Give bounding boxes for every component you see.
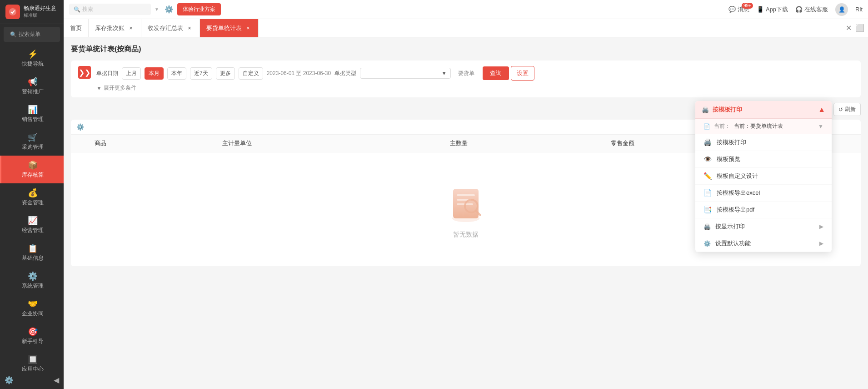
svg-rect-4 (457, 194, 475, 196)
settings-bottom-icon[interactable]: ⚙️ (5, 376, 14, 384)
sidebar-item-apps[interactable]: 🔲 应用中心 (0, 350, 64, 371)
quicknav-icon: ⚡ (28, 49, 38, 59)
finance-icon: 💰 (28, 188, 38, 198)
tab-receipts-close[interactable]: × (186, 25, 193, 32)
dropdown-print-icon: 🖨️ (702, 106, 709, 113)
query-btn[interactable]: 查询 (483, 66, 509, 80)
dropdown-close-btn[interactable]: ▲ (818, 106, 825, 114)
tab-order-stats[interactable]: 要货单统计表 × (200, 19, 259, 37)
dropdown-header: 🖨️ 按模板打印 ▲ (695, 101, 832, 119)
topbar-gear-icon[interactable]: ⚙️ (165, 5, 174, 14)
settings-btn[interactable]: 设置 (511, 66, 534, 81)
filter-toggle-icon: ❯❯ (79, 68, 90, 77)
sidebar-bottom: ⚙️ ◀ (0, 371, 64, 389)
date-label: 单据日期 (96, 70, 118, 77)
export-excel-icon: 📄 (703, 189, 712, 197)
topbar-dropdown-arrow[interactable]: ▼ (155, 7, 159, 12)
date-btn-this-year[interactable]: 本年 (167, 67, 186, 80)
sidebar: 畅康通好生意 标准版 🔍 搜索菜单 ⚡ 快捷导航 📢 营销推广 📊 销售管理 🛒… (0, 0, 64, 389)
sidebar-item-basic[interactable]: 📋 基础信息 (0, 239, 64, 267)
close-all-tabs-btn[interactable]: ✕ (846, 24, 852, 32)
sidebar-item-sales[interactable]: 📊 销售管理 (0, 100, 64, 128)
tabs-bar: 首页 库存批次账 × 收发存汇总表 × 要货单统计表 × ✕ ⬜ (64, 19, 868, 37)
filter-row: 单据日期 上月 本月 本年 近7天 更多 自定义 2023-06-01 至 20… (96, 66, 853, 81)
dropdown-item-template-design[interactable]: ✏️ 模板自定义设计 (695, 168, 832, 185)
col-quantity: 主数量 (444, 135, 605, 152)
experience-btn[interactable]: 体验行业方案 (177, 3, 221, 15)
order-type-label: 单据类型 (334, 70, 356, 77)
app-logo: 畅康通好生意 标准版 (0, 0, 64, 24)
date-range-display: 2023-06-01 至 2023-06-30 (267, 70, 331, 77)
sidebar-item-quicknav[interactable]: ⚡ 快捷导航 (0, 45, 64, 72)
set-default-icon: ⚙️ (703, 240, 711, 247)
dropdown-item-template-print[interactable]: 🖨️ 按模板打印 (695, 134, 832, 151)
template-design-icon: ✏️ (703, 172, 712, 180)
tab-batch[interactable]: 库存批次账 × (89, 19, 141, 37)
dropdown-title: 按模板打印 (713, 106, 742, 114)
current-template-arrow[interactable]: ▼ (818, 123, 823, 130)
topbar-search-box[interactable]: 🔍 搜索 (69, 4, 151, 15)
topbar-search-placeholder: 搜索 (82, 5, 93, 13)
refresh-btn[interactable]: ↺ 刷新 (833, 103, 861, 116)
dropdown-item-export-pdf[interactable]: 📑 按模板导出pdf (695, 202, 832, 218)
username-label[interactable]: Rit (855, 6, 863, 13)
col-settings (71, 135, 89, 152)
topbar: 🔍 搜索 ▼ ⚙️ 体验行业方案 💬 消息 99+ 📱 App下载 🎧 在线客服… (64, 0, 868, 19)
guide-icon: 🎯 (28, 327, 38, 337)
user-avatar[interactable]: 👤 (835, 3, 848, 16)
expand-filter-btn[interactable]: ▼ 展开更多条件 (96, 84, 853, 92)
current-template-row: 📄 当前： 当前：要货单统计表 ▼ (695, 119, 832, 134)
empty-text: 暂无数据 (453, 231, 479, 239)
display-print-arrow: ▶ (819, 223, 823, 230)
current-template-icon: 📄 (703, 123, 710, 130)
sidebar-item-finance[interactable]: 💰 资金管理 (0, 183, 64, 211)
filter-toggle-btn[interactable]: ❯❯ (78, 66, 91, 79)
order-type-arrow: ▼ (441, 70, 447, 76)
page-content: 要货单统计表(按商品) ❯❯ 单据日期 上月 本月 本年 近7天 更多 自定义 … (64, 37, 868, 389)
tab-order-stats-close[interactable]: × (244, 25, 252, 32)
sidebar-item-inventory[interactable]: 📦 库存核算 (0, 156, 64, 183)
empty-svg (443, 180, 489, 225)
collapse-sidebar-icon[interactable]: ◀ (54, 376, 59, 384)
tab-batch-close[interactable]: × (127, 25, 135, 32)
logo-icon (5, 5, 20, 19)
filter-bar: ❯❯ 单据日期 上月 本月 本年 近7天 更多 自定义 2023-06-01 至… (71, 61, 861, 97)
dropdown-item-set-default[interactable]: ⚙️ 设置默认功能 ▶ (695, 235, 832, 252)
page-title: 要货单统计表(按商品) (71, 45, 861, 54)
sidebar-item-marketing[interactable]: 📢 营销推广 (0, 72, 64, 100)
main-area: 🔍 搜索 ▼ ⚙️ 体验行业方案 💬 消息 99+ 📱 App下载 🎧 在线客服… (64, 0, 868, 389)
notification-icon: 💬 (728, 6, 736, 13)
app-download-btn[interactable]: 📱 App下载 (757, 5, 788, 14)
dropdown-item-export-excel[interactable]: 📄 按模板导出excel (695, 185, 832, 202)
order-type-dropdown[interactable]: ▼ (360, 68, 451, 79)
refresh-icon: ↺ (838, 106, 843, 113)
tab-home[interactable]: 首页 (64, 19, 89, 37)
date-btn-more[interactable]: 更多 (216, 67, 235, 80)
date-btn-7days[interactable]: 近7天 (190, 67, 212, 80)
sidebar-item-purchase[interactable]: 🛒 采购管理 (0, 128, 64, 156)
sidebar-item-system[interactable]: ⚙️ 系统管理 (0, 267, 64, 294)
collab-icon: 🤝 (28, 299, 38, 309)
phone-icon: 📱 (757, 6, 764, 13)
dropdown-item-template-preview[interactable]: 👁️ 模板预览 (695, 151, 832, 168)
tab-receipts[interactable]: 收发存汇总表 × (141, 19, 200, 37)
sidebar-item-collab[interactable]: 🤝 企业协同 (0, 294, 64, 322)
tabs-right-controls: ✕ ⬜ (846, 24, 868, 32)
notification-btn[interactable]: 💬 消息 99+ (728, 5, 749, 14)
sidebar-item-operation[interactable]: 📈 经营管理 (0, 211, 64, 239)
date-btn-last-month[interactable]: 上月 (122, 67, 141, 80)
dropdown-item-display-print[interactable]: 🖨️ 按显示打印 ▶ (695, 218, 832, 235)
table-gear-icon[interactable]: ⚙️ (76, 123, 84, 131)
sidebar-search[interactable]: 🔍 搜索菜单 (4, 27, 60, 42)
current-template-name: 当前：要货单统计表 (734, 122, 783, 130)
sidebar-item-guide[interactable]: 🎯 新手引导 (0, 322, 64, 350)
date-btn-this-month[interactable]: 本月 (145, 67, 164, 80)
maximize-btn[interactable]: ⬜ (855, 24, 864, 32)
app-name: 畅康通好生意 (24, 5, 56, 12)
date-btn-custom[interactable]: 自定义 (239, 67, 263, 80)
online-service-btn[interactable]: 🎧 在线客服 (795, 5, 828, 14)
display-print-icon: 🖨️ (703, 223, 711, 230)
topbar-right: 💬 消息 99+ 📱 App下载 🎧 在线客服 👤 Rit (728, 3, 863, 16)
col-goods: 商品 (89, 135, 217, 152)
marketing-icon: 📢 (28, 77, 38, 87)
